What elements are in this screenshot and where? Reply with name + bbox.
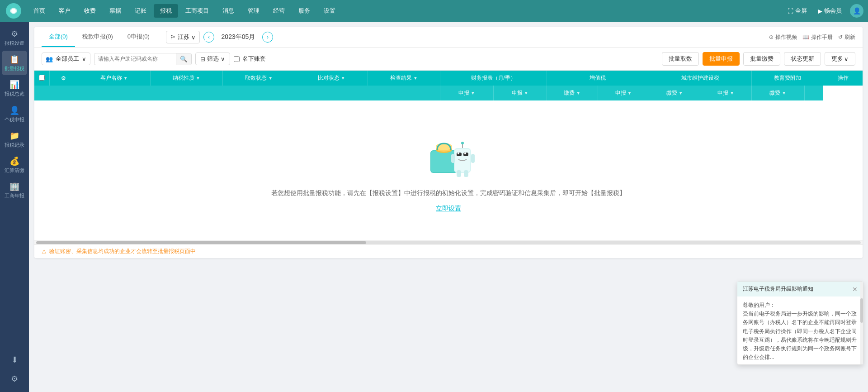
nav-business[interactable]: 工商项目 (179, 4, 215, 18)
svg-rect-18 (464, 170, 468, 177)
date-next-button[interactable]: › (262, 32, 273, 43)
th-city-tax: 城市维护建设税 (649, 71, 752, 86)
notification-close-button[interactable]: ✕ (852, 286, 858, 293)
tab-all[interactable]: 全部(0) (42, 27, 75, 47)
operation-video-link[interactable]: ⊙ 操作视频 (769, 33, 797, 41)
employee-select[interactable]: 👥 全部员工 ∨ (42, 53, 90, 65)
batch-pay-button[interactable]: 批量缴费 (743, 52, 780, 66)
th-edu-declare: 申报 ▼ (700, 86, 751, 100)
financial-declare-filter[interactable]: 申报 ▼ (458, 89, 475, 97)
th-client-name-label: 客户名称 (100, 74, 122, 82)
refresh-link[interactable]: ↺ 刷新 (838, 33, 855, 41)
operation-manual-link[interactable]: 📖 操作手册 (802, 33, 833, 41)
th-vat-pay: 缴费 ▼ (547, 86, 598, 100)
nav-services[interactable]: 服务 (292, 4, 316, 18)
th-compare-status: 比对状态 ▼ (295, 71, 368, 86)
sidebar-item-tax-overview[interactable]: 📊 报税总览 (2, 76, 27, 100)
sidebar: ⚙ 报税设置 📋 批量报税 📊 报税总览 👤 个税申报 📁 报税记录 💰 汇算清… (0, 22, 29, 392)
notification-scrollbar[interactable] (860, 282, 863, 364)
status-update-button[interactable]: 状态更新 (784, 52, 821, 66)
th-financial-declare: 申报 ▼ (440, 86, 494, 100)
video-icon: ⊙ (769, 34, 774, 40)
th-empty (34, 86, 440, 100)
sidebar-item-settlement[interactable]: 💰 汇算清缴 (2, 153, 27, 177)
sidebar-item-tax-records[interactable]: 📁 报税记录 (2, 127, 27, 152)
th-vat-declare: 申报 ▼ (493, 86, 547, 100)
svg-rect-17 (457, 170, 461, 177)
check-result-filter-icon: ▼ (413, 76, 418, 81)
svg-point-11 (458, 153, 459, 154)
checkbox-text: 名下账套 (242, 55, 266, 63)
select-all-checkbox[interactable] (39, 75, 45, 81)
sidebar-item-batch-tax[interactable]: 📋 批量报税 (2, 51, 27, 75)
refresh-label: 刷新 (844, 33, 855, 41)
client-name-filter[interactable]: 客户名称 ▼ (100, 74, 128, 82)
scrollbar-thumb[interactable] (36, 241, 366, 244)
more-button[interactable]: 更多 ∨ (825, 52, 855, 66)
region-label: 江苏 (178, 33, 189, 41)
vat-pay-filter[interactable]: 缴费 ▼ (564, 89, 580, 97)
tab-zero-declare-label: 0申报(0) (127, 33, 150, 40)
search-button[interactable]: 🔍 (176, 53, 191, 65)
sidebar-item-personal-tax[interactable]: 👤 个税申报 (2, 102, 27, 126)
edu-pay-filter[interactable]: 缴费 ▼ (769, 89, 786, 97)
horizontal-scrollbar[interactable] (34, 240, 863, 244)
vat-declare-filter[interactable]: 申报 ▼ (512, 89, 528, 97)
settlement-icon: 💰 (9, 156, 19, 166)
sidebar-label-annual-report: 工商年报 (5, 193, 24, 199)
tab-tax-declare[interactable]: 税款申报(0) (75, 27, 120, 47)
filter-button[interactable]: ⊟ 筛选 ∨ (195, 53, 230, 65)
tax-nature-filter[interactable]: 纳税性质 ▼ (173, 74, 200, 82)
nav-billing[interactable]: 收费 (78, 4, 102, 18)
check-result-filter[interactable]: 检查结果 ▼ (390, 74, 418, 82)
nav-operations[interactable]: 经营 (267, 4, 291, 18)
svg-point-12 (464, 153, 466, 154)
nav-settings[interactable]: 设置 (317, 4, 342, 18)
nav-home[interactable]: 首页 (27, 4, 52, 18)
region-selector[interactable]: 🏳 江苏 ∨ (166, 31, 200, 43)
sidebar-item-user-settings[interactable]: ⚙ (2, 370, 27, 387)
nav-tax[interactable]: 报税 (154, 4, 178, 18)
avatar[interactable]: 👤 (850, 4, 863, 18)
date-navigator: ‹ 2023年05月 › (203, 32, 273, 43)
search-input[interactable] (94, 54, 176, 64)
city-pay-filter[interactable]: 缴费 ▼ (666, 89, 683, 97)
app-logo[interactable] (5, 2, 23, 20)
batch-fetch-button[interactable]: 批量取数 (662, 52, 699, 66)
svg-point-14 (461, 142, 464, 144)
tab-extras: 🏳 江苏 ∨ ‹ 2023年05月 › (166, 31, 273, 43)
sidebar-item-tax-settings[interactable]: ⚙ 报税设置 (2, 25, 27, 50)
batch-declare-button[interactable]: 批量申报 (703, 52, 740, 66)
nav-client[interactable]: 客户 (52, 4, 77, 18)
nav-message[interactable]: 消息 (216, 4, 241, 18)
sidebar-item-download[interactable]: ⬇ (2, 351, 27, 368)
compare-status-filter-icon: ▼ (341, 76, 345, 81)
empty-text: 若您想使用批量报税功能，请先在【报税设置】中进行报税的初始化设置，完成密码验证和… (271, 189, 626, 197)
member-button[interactable]: ▶ 畅会员 (815, 5, 844, 16)
toolbar-right: 批量取数 批量申报 批量缴费 状态更新 更多 ∨ (662, 52, 855, 66)
th-tax-nature-label: 纳税性质 (173, 74, 194, 82)
fullscreen-button[interactable]: ⛶ 全屏 (785, 5, 810, 16)
city-declare-filter[interactable]: 申报 ▼ (615, 89, 632, 97)
compare-status-filter[interactable]: 比对状态 ▼ (318, 74, 345, 82)
nav-accounting[interactable]: 记账 (128, 4, 153, 18)
tab-all-label: 全部(0) (49, 33, 68, 40)
tab-zero-declare[interactable]: 0申报(0) (120, 27, 157, 47)
under-account-checkbox-label[interactable]: 名下账套 (234, 55, 266, 63)
under-account-checkbox[interactable] (234, 56, 240, 62)
employee-label: 全部员工 (56, 55, 79, 63)
date-prev-button[interactable]: ‹ (203, 32, 214, 43)
th-action-empty (804, 86, 823, 100)
sidebar-item-annual-report[interactable]: 🏢 工商年报 (2, 178, 27, 202)
fetch-status-filter[interactable]: 取数状态 ▼ (245, 74, 273, 82)
th-compare-status-label: 比对状态 (318, 74, 340, 82)
nav-management[interactable]: 管理 (241, 4, 266, 18)
refresh-icon: ↺ (838, 34, 843, 40)
th-city-pay: 缴费 ▼ (649, 86, 700, 100)
th-check-result-label: 检查结果 (390, 74, 412, 82)
setup-link[interactable]: 立即设置 (436, 205, 461, 213)
th-education-tax: 教育费附加 (751, 71, 823, 86)
th-fetch-status-label: 取数状态 (245, 74, 267, 82)
edu-declare-filter[interactable]: 申报 ▼ (717, 89, 734, 97)
nav-invoice[interactable]: 票据 (103, 4, 127, 18)
